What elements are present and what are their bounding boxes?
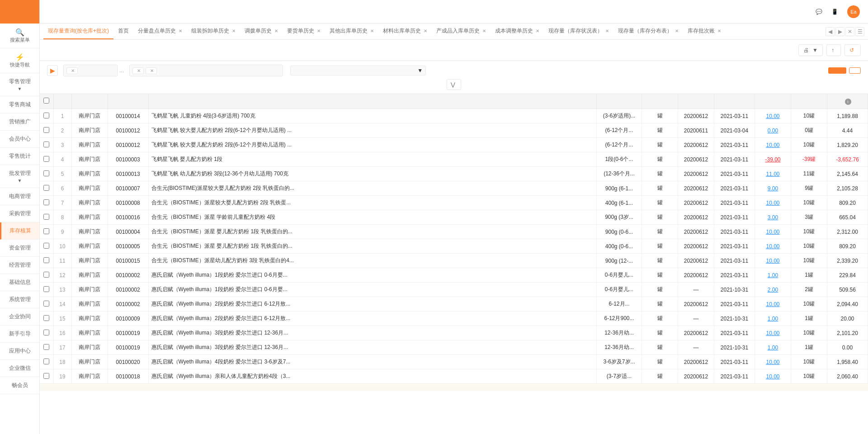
row-qty-main[interactable]: 3.00	[755, 210, 791, 225]
row-qty-main[interactable]: 10.00	[755, 326, 791, 340]
row-qty-main[interactable]: 1.00	[755, 340, 791, 355]
sidebar-item-enterprise[interactable]: 企业协同	[0, 308, 39, 326]
row-qty-main[interactable]: 10.00	[755, 239, 791, 254]
row-checkbox[interactable]	[43, 344, 49, 350]
tab-close-icon[interactable]: ✕	[675, 28, 679, 33]
row-checkbox[interactable]	[43, 199, 49, 205]
warehouse-tag-area[interactable]: ✕	[63, 65, 118, 76]
export-button[interactable]: ↑	[826, 44, 841, 56]
tab-close-button[interactable]: ✕	[845, 27, 854, 36]
tab-close-icon[interactable]: ✕	[605, 28, 609, 33]
sidebar-item-system[interactable]: 系统管理	[0, 291, 39, 308]
row-qty-main[interactable]: 10.00	[755, 369, 791, 384]
product-tag-2[interactable]: ✕	[146, 67, 157, 74]
tab-stock-dist[interactable]: 现存量（库存分布表）✕	[613, 24, 683, 39]
row-qty-main[interactable]: 1.00	[755, 311, 791, 326]
sidebar-item-member-center[interactable]: 会员中心	[0, 131, 39, 148]
row-qty-main[interactable]: 10.00	[755, 196, 791, 210]
tab-close-icon[interactable]: ✕	[274, 28, 278, 33]
expand-more-conditions-button[interactable]: ⋁	[447, 79, 461, 90]
row-checkbox[interactable]	[43, 330, 49, 335]
tab-partial-inventory[interactable]: 分量盘点单历史✕	[133, 24, 187, 39]
row-checkbox[interactable]	[43, 286, 49, 292]
print-button[interactable]: 🖨 ▼	[798, 44, 823, 56]
tab-close-icon[interactable]: ✕	[424, 28, 427, 33]
tab-home[interactable]: 首页	[113, 24, 133, 39]
quick-nav-item[interactable]: ⚡ 快捷导航	[0, 48, 39, 73]
row-qty-main[interactable]: 11.00	[755, 167, 791, 181]
row-qty-main[interactable]: 0.00	[755, 123, 791, 138]
amount-info-icon[interactable]: i	[845, 99, 851, 105]
row-checkbox[interactable]	[43, 373, 49, 379]
row-checkbox[interactable]	[43, 127, 49, 133]
warehouse-tag-close-icon[interactable]: ✕	[71, 68, 75, 73]
sidebar-item-member[interactable]: 畅会员	[0, 377, 39, 394]
tab-material-out-history[interactable]: 材料出库单历史✕	[378, 24, 432, 39]
setting-button[interactable]	[849, 67, 861, 74]
row-qty-main[interactable]: 1.00	[755, 268, 791, 283]
sidebar-item-basic-info[interactable]: 基础信息	[0, 274, 39, 291]
tab-close-icon[interactable]: ✕	[232, 28, 236, 33]
sidebar-item-zero-management[interactable]: 零售管理▼	[0, 73, 39, 96]
select-all-checkbox[interactable]	[43, 98, 49, 104]
sidebar-item-new-guide[interactable]: 新手引导	[0, 326, 39, 343]
sidebar-item-operations[interactable]: 经营管理	[0, 257, 39, 274]
row-qty-main[interactable]: 10.00	[755, 254, 791, 268]
tab-close-icon[interactable]: ✕	[317, 28, 321, 33]
filter-expand-left-btn[interactable]: ▶	[47, 65, 58, 76]
row-checkbox[interactable]	[43, 228, 49, 234]
color-select[interactable]: ▼	[290, 66, 426, 75]
tab-next-button[interactable]: ▶	[835, 27, 844, 36]
sidebar-item-zero-stats[interactable]: 零售统计	[0, 148, 39, 165]
row-qty-main[interactable]: 10.00	[755, 109, 791, 123]
row-checkbox[interactable]	[43, 257, 49, 263]
row-checkbox[interactable]	[43, 113, 49, 118]
messages-action[interactable]: 💬	[816, 9, 824, 15]
row-qty-main[interactable]: 10.00	[755, 355, 791, 369]
row-qty-main[interactable]: 10.00	[755, 297, 791, 311]
row-checkbox[interactable]	[43, 243, 49, 249]
tab-close-icon[interactable]: ✕	[536, 28, 539, 33]
sidebar-item-enterprise-wechat[interactable]: 企业微信	[0, 360, 39, 377]
row-checkbox[interactable]	[43, 315, 49, 321]
row-checkbox[interactable]	[43, 214, 49, 220]
row-qty-main[interactable]: 10.00	[755, 225, 791, 239]
warehouse-dots[interactable]: ...	[119, 67, 124, 74]
tab-close-icon[interactable]: ✕	[370, 28, 374, 33]
search-menu-item[interactable]: 🔍 搜索菜单	[0, 24, 39, 48]
sidebar-item-wholesale[interactable]: 批发管理▼	[0, 165, 39, 188]
tab-other-out-history[interactable]: 其他出库单历史✕	[325, 24, 378, 39]
tab-menu-button[interactable]: ☰	[855, 27, 864, 36]
user-area[interactable]: Ea	[847, 5, 863, 18]
tab-batch-accounts[interactable]: 库存批次账✕	[683, 24, 726, 39]
row-qty-main[interactable]: 10.00	[755, 138, 791, 152]
tab-cost-adjust-history[interactable]: 成本调整单历史✕	[491, 24, 544, 39]
row-qty-main[interactable]: 2.00	[755, 283, 791, 297]
sidebar-item-purchase[interactable]: 采购管理	[0, 205, 39, 222]
tab-disassemble-history[interactable]: 组装拆卸单历史✕	[187, 24, 240, 39]
row-qty-main[interactable]: 9.00	[755, 181, 791, 196]
sidebar-item-app-center[interactable]: 应用中心	[0, 343, 39, 360]
tab-stock-status[interactable]: 现存量（库存状况表）✕	[544, 24, 613, 39]
tab-pick-history[interactable]: 调拨单历史✕	[240, 24, 283, 39]
product-tag-area[interactable]: ✕ ✕	[129, 65, 283, 76]
row-checkbox[interactable]	[43, 185, 49, 191]
tab-close-icon[interactable]: ✕	[482, 28, 486, 33]
sidebar-item-ecommerce[interactable]: 电商管理	[0, 188, 39, 205]
tab-product-in-history[interactable]: 产成品入库单历史✕	[432, 24, 491, 39]
sidebar-item-marketing[interactable]: 营销推广	[0, 113, 39, 131]
tab-close-icon[interactable]: ✕	[717, 28, 721, 33]
row-checkbox[interactable]	[43, 272, 49, 278]
sidebar-item-inventory[interactable]: 库存核算	[0, 222, 39, 240]
tab-prev-button[interactable]: ◀	[826, 27, 835, 36]
product-tag-1-close-icon[interactable]: ✕	[137, 68, 141, 73]
product-tag-2-close-icon[interactable]: ✕	[150, 68, 154, 73]
sidebar-item-finance[interactable]: 资金管理	[0, 240, 39, 257]
row-checkbox[interactable]	[43, 156, 49, 162]
tab-close-icon[interactable]: ✕	[179, 28, 182, 33]
row-checkbox[interactable]	[43, 170, 49, 176]
tab-stock-query[interactable]: 现存量查询(按仓库+批次)	[43, 24, 113, 39]
tab-requisition-history[interactable]: 要货单历史✕	[283, 24, 325, 39]
warehouse-tag[interactable]: ✕	[66, 67, 78, 74]
query-button[interactable]	[828, 67, 846, 74]
